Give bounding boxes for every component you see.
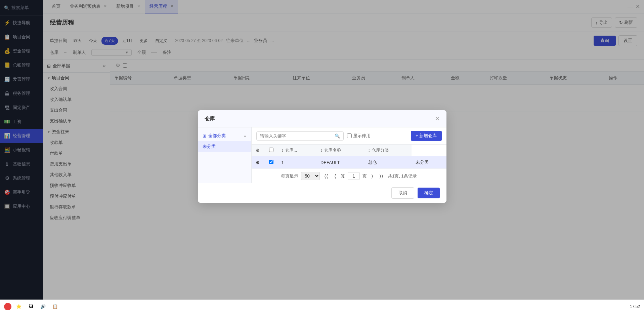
taskbar-icon-4[interactable]: 🔊 [38,302,48,311]
dialog-th-code[interactable]: ↕ 仓库... [277,145,317,156]
taskbar-icon-2[interactable]: ⭐ [14,302,24,311]
taskbar: ⭐ 🖼 🔊 📋 17:52 [0,300,644,313]
dialog-per-page-select[interactable]: 50100 [301,172,320,180]
dialog-footer: 取消 确定 [198,183,446,203]
dialog-first-page-button[interactable]: ⟨⟨ [323,172,330,180]
dialog-last-page-button[interactable]: ⟩⟩ [378,172,385,180]
add-warehouse-button[interactable]: + 新增仓库 [411,131,441,141]
taskbar-left: ⭐ 🖼 🔊 📋 [4,302,60,311]
taskbar-right: 17:52 [630,304,640,309]
taskbar-icon-5[interactable]: 📋 [50,302,60,311]
dialog-th-checkbox[interactable] [265,145,277,156]
category-icon: ⊞ [203,133,206,139]
dialog-all-category[interactable]: ⊞ 全部分类 « [198,131,251,141]
row-settings-icon: ⚙ [256,160,260,165]
dialog-prev-page-button[interactable]: ⟨ [333,172,338,180]
dialog-search-icon: 🔍 [335,133,340,139]
modal-overlay: 仓库 ✕ ⊞ 全部分类 « 未分类 🔍 [0,0,644,313]
dialog-page-label: 算 [341,173,345,179]
taskbar-icon-3[interactable]: 🖼 [26,302,36,311]
dialog-search-input[interactable] [260,133,333,139]
row-settings[interactable]: ⚙ [252,156,265,169]
row-checkbox[interactable] [265,156,277,169]
row-category: 未分类 [412,156,446,169]
dialog-confirm-button[interactable]: 确定 [418,188,440,198]
dialog-total: 共1页, 1条记录 [388,173,417,179]
collapse-left-icon[interactable]: « [244,133,246,139]
settings-icon: ⚙ [256,148,260,153]
dialog-table: ⚙ ↕ 仓库... ↕ 仓库名称 ↕ 仓库分类 ⚙ 1 DEFAULT 总仓 未… [252,145,446,169]
dialog-select-all[interactable] [269,148,273,152]
time-display: 17:52 [630,304,640,309]
dialog-th-category[interactable]: ↕ 仓库分类 [364,145,412,156]
dialog-title: 仓库 [205,116,215,122]
dialog-cancel-button[interactable]: 取消 [391,187,414,199]
dialog-page-unit: 页 [362,173,367,179]
dialog-page-input[interactable] [348,172,360,180]
show-disabled-container: 显示停用 [347,133,371,139]
row-code: DEFAULT [316,156,364,169]
dialog-per-page-label: 每页显示 [281,173,298,179]
dialog-search-container: 🔍 [256,131,344,141]
row-check[interactable] [269,160,273,164]
dialog-toolbar: 🔍 显示停用 + 新增仓库 [252,127,446,145]
show-disabled-checkbox[interactable] [347,133,352,138]
dialog-body: ⊞ 全部分类 « 未分类 🔍 显示停用 [198,127,446,183]
warehouse-dialog: 仓库 ✕ ⊞ 全部分类 « 未分类 🔍 [198,110,446,203]
dialog-next-page-button[interactable]: ⟩ [370,172,375,180]
dialog-th-name[interactable]: ↕ 仓库名称 [316,145,364,156]
dialog-left-panel: ⊞ 全部分类 « 未分类 [198,127,252,183]
dialog-table-area: ⚙ ↕ 仓库... ↕ 仓库名称 ↕ 仓库分类 ⚙ 1 DEFAULT 总仓 未… [252,145,446,169]
row-name: 总仓 [364,156,412,169]
dialog-right-panel: 🔍 显示停用 + 新增仓库 ⚙ [252,127,446,183]
dialog-header: 仓库 ✕ [198,110,446,127]
show-disabled-label: 显示停用 [353,133,371,139]
row-num: 1 [277,156,317,169]
dialog-table-row[interactable]: ⚙ 1 DEFAULT 总仓 未分类 [252,156,446,169]
dialog-pagination: 每页显示 50100 ⟨⟨ ⟨ 算 页 ⟩ ⟩⟩ 共1页, 1条记录 [252,169,446,183]
dialog-th-settings[interactable]: ⚙ [252,145,265,156]
uncategorized-item[interactable]: 未分类 [198,141,251,152]
taskbar-icon-1[interactable] [4,303,11,310]
dialog-close-button[interactable]: ✕ [435,115,440,122]
